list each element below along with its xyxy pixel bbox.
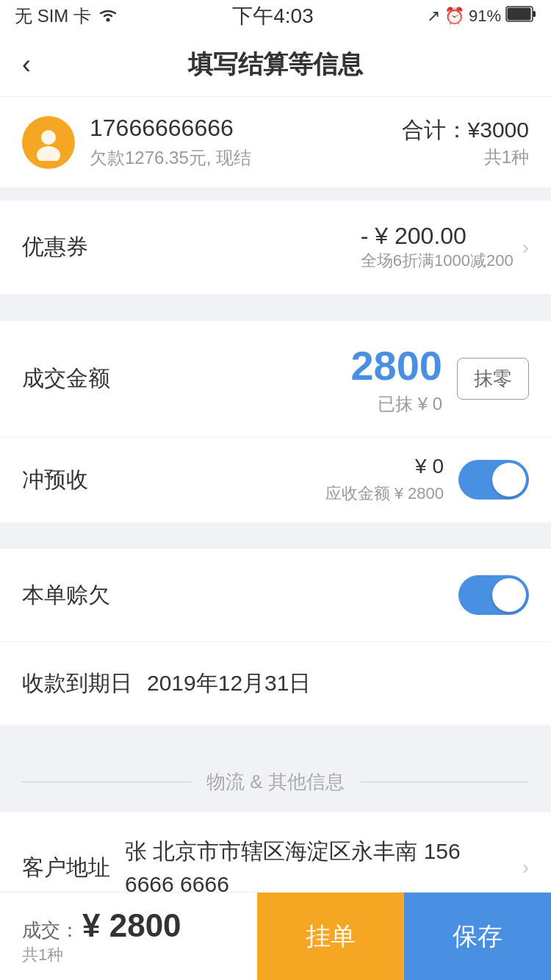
charge-row: 冲预收 ¥ 0 应收金额 ¥ 2800 <box>0 436 551 522</box>
debit-toggle[interactable] <box>458 575 529 615</box>
charge-right: ¥ 0 应收金额 ¥ 2800 <box>325 455 444 505</box>
svg-point-0 <box>107 18 110 22</box>
wifi-icon <box>97 6 119 26</box>
customer-right: 合计：¥3000 共1种 <box>402 115 529 169</box>
status-time: 下午4:03 <box>232 2 314 30</box>
charge-label: 冲预收 <box>22 465 88 495</box>
logistics-text: 物流 & 其他信息 <box>206 769 345 795</box>
logistics-line-right <box>359 782 529 782</box>
svg-point-4 <box>41 130 56 145</box>
coupon-label: 优惠券 <box>22 232 88 262</box>
svg-point-5 <box>37 146 60 161</box>
address-label: 客户地址 <box>22 853 110 883</box>
svg-rect-2 <box>533 11 536 17</box>
section-divider-1 <box>0 308 551 321</box>
page-title: 填写结算等信息 <box>188 48 363 82</box>
customer-info: 17666666666 欠款1276.35元, 现结 <box>90 115 251 170</box>
carrier-text: 无 SIM 卡 <box>15 4 91 28</box>
customer-row: 17666666666 欠款1276.35元, 现结 合计：¥3000 共1种 <box>0 97 551 187</box>
coupon-section[interactable]: 优惠券 - ¥ 200.00 全场6折满1000减200 › <box>0 201 551 295</box>
total-count: 共1种 <box>402 145 529 169</box>
status-left: 无 SIM 卡 <box>15 4 119 28</box>
footer-count: 共1种 <box>22 944 235 966</box>
customer-phone: 17666666666 <box>90 115 251 142</box>
footer-info: 成交： ¥ 2800 共1种 <box>0 907 257 966</box>
amount-section: 成交金额 2800 已抹 ¥ 0 抹零 冲预收 ¥ 0 应收金额 ¥ 2800 <box>0 321 551 522</box>
address-content: 张 北京市市辖区海淀区永丰南 156 6666 6666 <box>110 835 522 901</box>
coupon-right: - ¥ 200.00 全场6折满1000减200 › <box>361 223 529 272</box>
toggle-thumb <box>492 463 526 497</box>
customer-section: 17666666666 欠款1276.35元, 现结 合计：¥3000 共1种 <box>0 97 551 187</box>
status-right: ↗ ⏰ 91% <box>427 6 536 26</box>
back-button[interactable]: ‹ <box>22 49 31 80</box>
section-divider-2 <box>0 536 551 549</box>
amount-value: 2800 <box>350 342 442 389</box>
coupon-discount: - ¥ 200.00 <box>361 223 514 250</box>
debit-row: 本单赊欠 <box>0 549 551 641</box>
address-arrow-icon: › <box>522 856 529 879</box>
battery-text: 91% <box>469 7 501 26</box>
amount-label: 成交金额 <box>22 364 110 394</box>
customer-left: 17666666666 欠款1276.35元, 现结 <box>22 115 251 170</box>
nav-bar: ‹ 填写结算等信息 <box>0 32 551 97</box>
save-button[interactable]: 保存 <box>404 893 551 981</box>
footer-deal-label: 成交： <box>22 918 79 943</box>
location-icon: ↗ <box>427 7 440 26</box>
status-bar: 无 SIM 卡 下午4:03 ↗ ⏰ 91% <box>0 0 551 32</box>
coupon-description: 全场6折满1000减200 <box>361 250 514 272</box>
avatar <box>22 116 75 169</box>
customer-debt: 欠款1276.35元, 现结 <box>90 146 251 170</box>
due-date-label: 收款到期日 <box>22 669 132 699</box>
footer: 成交： ¥ 2800 共1种 挂单 保存 <box>0 892 551 980</box>
debit-label: 本单赊欠 <box>22 580 110 610</box>
total-amount: 合计：¥3000 <box>402 115 529 145</box>
charge-toggle[interactable] <box>458 460 529 500</box>
amount-sub: 已抹 ¥ 0 <box>350 392 442 416</box>
coupon-row[interactable]: 优惠券 - ¥ 200.00 全场6折满1000减200 › <box>0 201 551 295</box>
alarm-icon: ⏰ <box>444 7 464 26</box>
hang-order-button[interactable]: 挂单 <box>257 893 404 981</box>
charge-amount: ¥ 0 <box>325 455 444 478</box>
footer-deal-amount: ¥ 2800 <box>82 907 181 944</box>
section-divider-3 <box>0 738 551 752</box>
logistics-line-left <box>22 782 192 782</box>
debit-toggle-thumb <box>492 578 526 612</box>
charge-sub: 应收金额 ¥ 2800 <box>325 483 444 505</box>
coupon-arrow-icon: › <box>522 236 529 259</box>
svg-rect-3 <box>508 8 531 21</box>
due-date-row: 收款到期日 2019年12月31日 <box>0 641 551 725</box>
logistics-divider: 物流 & 其他信息 <box>0 752 551 813</box>
round-zero-button[interactable]: 抹零 <box>457 358 529 400</box>
battery-icon <box>505 6 536 26</box>
due-date-value: 2019年12月31日 <box>147 669 311 699</box>
amount-row: 成交金额 2800 已抹 ¥ 0 抹零 <box>0 321 551 436</box>
amount-right: 2800 已抹 ¥ 0 抹零 <box>350 342 529 416</box>
debit-section: 本单赊欠 收款到期日 2019年12月31日 <box>0 549 551 725</box>
